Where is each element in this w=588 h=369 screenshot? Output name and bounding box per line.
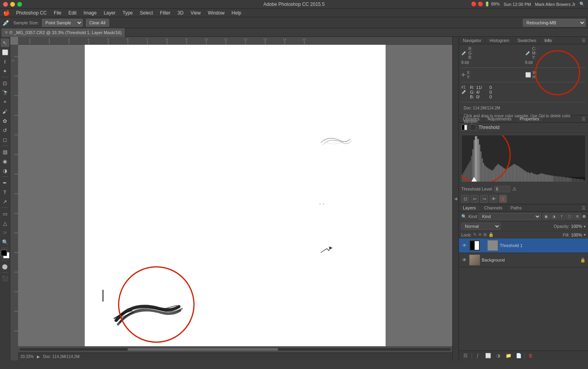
new-layer-btn[interactable]: 📄 — [514, 352, 523, 359]
quick-mask-tool[interactable]: ⬤ — [1, 262, 9, 271]
tab-channels[interactable]: Channels — [480, 204, 506, 211]
pen-tool[interactable]: ✒ — [1, 178, 9, 187]
menu-layer[interactable]: Layer — [100, 9, 118, 16]
search-icon[interactable]: 🔍 — [579, 2, 585, 7]
filter-pixel-icon[interactable]: ▣ — [542, 213, 550, 220]
dodge-tool[interactable]: ◑ — [1, 166, 9, 175]
tab-layers[interactable]: Layers — [459, 204, 480, 211]
hand-tool[interactable]: ☞ — [1, 228, 9, 237]
delete-layer-btn[interactable]: 🗑 — [526, 352, 535, 359]
menu-photoshop[interactable]: Photoshop CC — [13, 9, 50, 16]
fullscreen-button[interactable] — [17, 2, 22, 7]
screen-mode-tool[interactable]: ⬛ — [1, 274, 9, 283]
layers-bottom-bar: ⛓ ƒ ⬜ ◑ 📁 📄 🗑 — [459, 351, 588, 360]
tab-info[interactable]: Info — [541, 37, 556, 44]
filter-text-icon[interactable]: T — [558, 213, 565, 220]
add-mask-btn[interactable]: ⬜ — [484, 352, 492, 359]
clip-layer-btn[interactable]: ⊡ — [461, 195, 469, 203]
eraser-tool[interactable]: ◻ — [1, 135, 9, 144]
menu-view[interactable]: View — [188, 9, 204, 16]
menu-image[interactable]: Image — [80, 9, 100, 16]
lock-artboard-icon[interactable]: ⊞ — [483, 232, 487, 237]
path-select-tool[interactable]: ↗ — [1, 197, 9, 206]
filter-toggle-dot[interactable] — [583, 215, 586, 218]
move-tool[interactable]: ↖ — [1, 38, 9, 47]
title-bar: Adobe Photoshop CC 2015.5 🔴 🔴 🔋 89% Sun … — [0, 0, 588, 9]
layer-visibility-background[interactable]: 👁 — [461, 257, 468, 263]
marquee-tool[interactable]: ⬜ — [1, 48, 9, 56]
lock-move-icon[interactable]: ✛ — [478, 232, 482, 237]
filter-smart-icon[interactable]: ⚙ — [574, 213, 581, 220]
lasso-tool[interactable]: ℓ — [1, 57, 9, 66]
blur-tool[interactable]: ◉ — [1, 157, 9, 165]
layer-visibility-threshold1[interactable]: 👁 — [461, 242, 468, 249]
svg-rect-139 — [575, 179, 577, 182]
new-adjustment-btn[interactable]: ◑ — [494, 352, 502, 359]
filter-adj-icon[interactable]: ◑ — [550, 213, 557, 220]
eyedropper-tool[interactable]: 🔭 — [1, 88, 9, 97]
filter-shape-icon[interactable]: ⬡ — [566, 213, 573, 220]
next-state-btn[interactable]: ↪ — [480, 195, 488, 203]
opacity-value[interactable]: 100% — [571, 224, 582, 229]
eyedropper-icon[interactable]: 💉 — [2, 19, 10, 26]
clear-all-button[interactable]: Clear All — [86, 19, 109, 27]
apple-menu[interactable]: 🍎 — [3, 10, 10, 16]
panel-options-icon[interactable]: ☰ — [579, 37, 588, 44]
threshold-level-input[interactable] — [494, 186, 510, 192]
tab-paths[interactable]: Paths — [507, 204, 526, 211]
link-layers-btn[interactable]: ⛓ — [461, 352, 470, 359]
lock-all-icon[interactable]: 🔒 — [488, 232, 494, 237]
panel-collapse-button[interactable]: ◀ — [452, 37, 459, 360]
history-brush-tool[interactable]: ↺ — [1, 126, 9, 135]
magic-wand-tool[interactable]: ✦ — [1, 67, 9, 75]
color-swatches[interactable] — [1, 250, 9, 258]
menu-select[interactable]: Select — [137, 9, 156, 16]
layers-options-icon[interactable]: ☰ — [579, 205, 588, 211]
menu-edit[interactable]: Edit — [65, 9, 80, 16]
menu-filter[interactable]: Filter — [157, 9, 174, 16]
shape-tool[interactable]: ▭ — [1, 209, 9, 218]
gradient-tool[interactable]: ▨ — [1, 147, 9, 156]
tab-swatches[interactable]: Swatches — [513, 37, 541, 44]
opacity-arrow-icon[interactable]: ▾ — [584, 224, 586, 229]
menu-file[interactable]: File — [51, 9, 64, 16]
svg-rect-54 — [462, 175, 463, 182]
zoom-tool[interactable]: 🔍 — [1, 238, 9, 246]
menu-help[interactable]: Help — [228, 9, 244, 16]
close-button[interactable] — [3, 2, 8, 7]
menu-3d[interactable]: 3D — [175, 9, 187, 16]
layer-row-threshold1[interactable]: 👁 ⛓ Threshold 1 — [459, 238, 588, 253]
document-tab[interactable]: ✕ © _MG_0357.CR2 @ 33.3% (Threshold 1, L… — [2, 28, 125, 37]
tab-navigator[interactable]: Navigator — [459, 37, 486, 44]
lock-edit-icon[interactable]: ✎ — [473, 232, 477, 237]
menu-type[interactable]: Type — [119, 9, 136, 16]
prev-state-btn[interactable]: ↩ — [471, 195, 479, 203]
blend-mode-select[interactable]: Normal Multiply Screen — [461, 223, 501, 230]
window-controls[interactable] — [3, 2, 22, 7]
layer-row-background[interactable]: 👁 Background 🔒 — [459, 253, 588, 267]
delete-adjustment-btn[interactable]: 🗑 — [499, 195, 507, 203]
menu-window[interactable]: Window — [205, 9, 228, 16]
horizontal-scrollbar[interactable] — [18, 346, 452, 353]
workspace-select[interactable]: Retouching-MB — [523, 19, 586, 27]
properties-actions-row: ⊡ ↩ ↪ 👁 🗑 — [459, 194, 588, 204]
text-tool[interactable]: T — [1, 188, 9, 196]
filter-kind-select[interactable]: Kind — [479, 213, 541, 220]
healing-tool[interactable]: ⌖ — [1, 98, 9, 106]
crop-tool[interactable]: ⊡ — [1, 79, 9, 87]
3d-tool[interactable]: △ — [1, 219, 9, 227]
brush-tool[interactable]: 🖌 — [1, 107, 9, 116]
add-layer-style-btn[interactable]: ƒ — [473, 352, 482, 359]
tab-histogram[interactable]: Histogram — [486, 37, 513, 44]
fill-arrow-icon[interactable]: ▾ — [584, 233, 586, 237]
minimize-button[interactable] — [10, 2, 15, 7]
svg-rect-85 — [504, 169, 505, 182]
new-group-btn[interactable]: 📁 — [504, 352, 513, 359]
scrollbar-thumb-h[interactable] — [127, 348, 279, 351]
tab-close-icon[interactable]: ✕ — [5, 30, 8, 35]
clone-stamp-tool[interactable]: ✿ — [1, 116, 9, 125]
foreground-color[interactable] — [1, 250, 7, 256]
visibility-btn[interactable]: 👁 — [490, 195, 497, 203]
fill-value[interactable]: 100% — [571, 233, 582, 237]
sample-size-select[interactable]: Point Sample 3 by 3 Average 5 by 5 Avera… — [42, 19, 83, 27]
